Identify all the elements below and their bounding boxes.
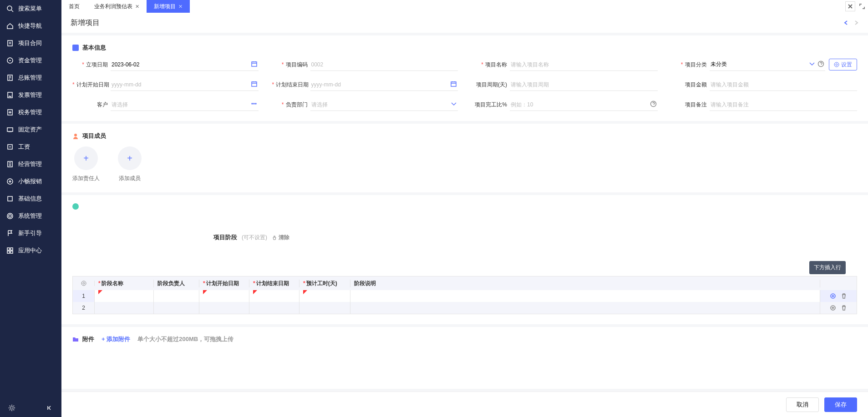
col-name: 阶段名称 — [102, 280, 123, 287]
svg-rect-15 — [7, 251, 10, 253]
svg-rect-16 — [10, 251, 13, 253]
sidebar-item-quick-nav[interactable]: 快捷导航 — [0, 17, 61, 35]
tab-home[interactable]: 首页 — [61, 0, 87, 13]
plan-end-input[interactable] — [311, 81, 457, 88]
svg-point-28 — [650, 101, 656, 107]
sidebar-item-project-contract[interactable]: 项目合同 — [0, 35, 61, 52]
flag-icon — [6, 230, 14, 237]
footer-bar: 取消 保存 — [61, 392, 868, 417]
sidebar-item-salary[interactable]: 工资 — [0, 138, 61, 156]
help-icon[interactable] — [650, 100, 657, 107]
page-title: 新增项目 — [71, 18, 100, 28]
svg-rect-1 — [8, 40, 12, 46]
category-settings-button[interactable]: 设置 — [829, 59, 857, 70]
plan-start-input[interactable] — [112, 81, 258, 88]
add-member-button[interactable]: + 添加成员 — [118, 146, 142, 182]
sidebar-item-system[interactable]: 系统管理 — [0, 207, 61, 225]
close-icon[interactable]: ✕ — [178, 4, 183, 10]
calendar-icon[interactable] — [251, 60, 258, 67]
sidebar-item-reimburse[interactable]: 小畅报销 — [0, 173, 61, 190]
period-input[interactable] — [511, 81, 657, 88]
tab-new-project[interactable]: 新增项目✕ — [147, 0, 190, 13]
prev-icon[interactable] — [843, 20, 849, 25]
delete-row-icon[interactable] — [841, 293, 847, 299]
cancel-button[interactable]: 取消 — [786, 397, 819, 412]
calendar-icon[interactable] — [251, 80, 258, 87]
page-title-bar: 新增项目 — [61, 13, 868, 33]
insert-row-icon[interactable] — [830, 305, 836, 311]
tab-bar: 首页 业务利润预估表✕ 新增项目✕ — [61, 0, 868, 13]
sidebar-item-operation[interactable]: 经营管理 — [0, 156, 61, 173]
remark-input[interactable] — [711, 101, 857, 108]
table-row[interactable]: 2 — [73, 302, 857, 314]
sidebar-item-basic[interactable]: 基础信息 — [0, 190, 61, 207]
reimburse-icon — [6, 178, 14, 185]
sidebar-item-fund[interactable]: 资金管理 — [0, 52, 61, 69]
gear-icon[interactable] — [81, 281, 86, 286]
sidebar-item-guide[interactable]: 新手引导 — [0, 225, 61, 242]
sidebar-label: 项目合同 — [18, 39, 42, 47]
sidebar-label: 发票管理 — [18, 91, 42, 99]
svg-rect-6 — [7, 128, 13, 131]
save-button[interactable]: 保存 — [824, 397, 857, 412]
delete-row-icon[interactable] — [841, 305, 847, 311]
svg-rect-19 — [252, 62, 257, 66]
customer-select[interactable] — [112, 101, 258, 108]
add-attachment-button[interactable]: + 添加附件 — [102, 335, 130, 343]
sidebar-item-ledger[interactable]: 总账管理 — [0, 69, 61, 86]
table-row[interactable]: 1 — [73, 290, 857, 302]
label-amount: 项目金额 — [671, 81, 707, 89]
next-icon[interactable] — [853, 20, 859, 25]
grid-icon — [6, 247, 14, 254]
sidebar-label: 快捷导航 — [18, 22, 42, 30]
sidebar-label: 新手引导 — [18, 229, 42, 237]
calendar-icon[interactable] — [450, 80, 457, 87]
user-icon — [72, 133, 79, 139]
chevron-down-icon[interactable] — [808, 60, 815, 67]
pct-input[interactable] — [511, 101, 657, 108]
sidebar-item-tax[interactable]: 税务管理 — [0, 104, 61, 121]
more-icon[interactable] — [251, 100, 258, 107]
amount-input[interactable] — [711, 81, 857, 88]
close-icon[interactable]: ✕ — [135, 4, 139, 10]
sidebar-label: 工资 — [18, 143, 30, 151]
settings-icon[interactable] — [8, 404, 15, 412]
col-desc: 阶段说明 — [354, 280, 376, 287]
sidebar-label: 应用中心 — [18, 246, 42, 255]
clear-icon — [272, 235, 277, 240]
svg-point-25 — [252, 103, 253, 104]
sidebar-label: 系统管理 — [18, 212, 42, 220]
sidebar-item-invoice[interactable]: 发票管理 — [0, 86, 61, 104]
expand-icon[interactable] — [859, 3, 865, 10]
clear-button[interactable]: 清除 — [272, 234, 289, 241]
doc-icon — [6, 40, 14, 47]
label-dept: 负责部门 — [272, 101, 308, 109]
code-input[interactable] — [311, 61, 457, 68]
window-close[interactable] — [845, 1, 855, 11]
collapse-icon[interactable] — [46, 404, 53, 412]
setup-date-input[interactable] — [112, 61, 258, 68]
salary-icon — [6, 143, 14, 151]
category-select[interactable] — [711, 61, 825, 68]
svg-rect-4 — [8, 92, 12, 98]
panel-basic: 基本信息 立项日期 项目编码 项目名称 项目分类 设置 — [61, 35, 868, 121]
dept-select[interactable] — [311, 101, 457, 108]
sidebar-item-apps[interactable]: 应用中心 — [0, 242, 61, 259]
sidebar-search[interactable]: 搜索菜单 — [0, 0, 61, 17]
svg-point-22 — [834, 62, 839, 67]
sidebar-label: 小畅报销 — [18, 177, 42, 186]
add-owner-button[interactable]: + 添加责任人 — [72, 146, 100, 182]
folder-icon — [72, 336, 79, 342]
help-icon[interactable] — [817, 60, 824, 67]
sidebar-item-assets[interactable]: 固定资产 — [0, 121, 61, 138]
insert-row-icon[interactable] — [830, 293, 836, 299]
row-num: 2 — [73, 302, 95, 314]
panel-stages: 项目阶段 (可不设置) 清除 *阶段名称 阶段负责人 *计划开始日期 *计划结束… — [61, 195, 868, 324]
plus-icon: + — [74, 146, 98, 170]
name-input[interactable] — [511, 61, 657, 68]
svg-point-27 — [255, 103, 256, 104]
tab-profit-estimate[interactable]: 业务利润预估表✕ — [87, 0, 147, 13]
note-icon — [72, 45, 79, 51]
chevron-down-icon[interactable] — [450, 100, 457, 107]
plus-icon: + — [118, 146, 142, 170]
